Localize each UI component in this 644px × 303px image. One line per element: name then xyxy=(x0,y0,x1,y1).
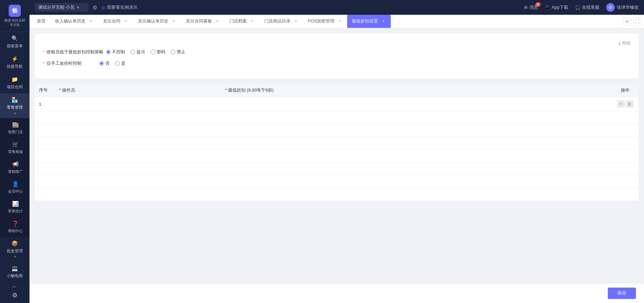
cell-empty-operator xyxy=(55,175,221,188)
radio-input-discount-password[interactable] xyxy=(151,50,155,54)
topbar-demo[interactable]: ◎ 我要看实例演示 xyxy=(101,4,138,10)
sidebar-icon-project: 📁 xyxy=(11,76,18,83)
sidebar-icon-quick: ⚡ xyxy=(11,56,18,62)
radio-discount-prompt[interactable]: 提示 xyxy=(130,49,145,55)
cell-empty-discount xyxy=(221,188,612,201)
topbar-settings-icon[interactable]: ⚙ xyxy=(93,4,97,11)
tab-close-payment_contract[interactable]: × xyxy=(123,18,128,24)
tab-payment_contract[interactable]: 支出合同× xyxy=(98,15,133,28)
sidebar-item-search[interactable]: 🔍搜索菜单 xyxy=(0,32,30,52)
table-scroll-area: 序号* 操作员* 最低折扣 (9.00等于9折)操作1✏🗑 xyxy=(35,84,639,201)
tab-store_product[interactable]: 门店商品目录× xyxy=(260,15,303,28)
topbar-demo-text: 我要看实例演示 xyxy=(107,4,138,10)
table-row-empty xyxy=(35,175,639,188)
tab-pos_password[interactable]: POS加密管理× xyxy=(303,15,347,28)
table-card: 序号* 操作员* 最低折扣 (9.00等于9折)操作1✏🗑 xyxy=(35,84,639,201)
sidebar-icon-smart_store: 🏬 xyxy=(12,121,19,128)
sidebar-item-project[interactable]: 📁项目合同 xyxy=(0,73,30,93)
radio-input-discount-forbid[interactable] xyxy=(171,50,175,54)
message-icon: ✉ xyxy=(524,5,528,10)
sidebar-item-member[interactable]: 👤会员中心 xyxy=(0,178,30,197)
sidebar-icon-search: 🔍 xyxy=(11,35,18,42)
topbar-project[interactable]: 测试分开完程·小兄 ▼ xyxy=(35,3,89,12)
sidebar-item-ecommerce[interactable]: 💻小畅电商 xyxy=(0,262,30,282)
sidebar-item-marketing[interactable]: 📢营销推广 xyxy=(0,158,30,178)
fullscreen-icon[interactable]: ⛶ xyxy=(633,17,641,26)
sidebar-icon-help: ❓ xyxy=(12,220,19,227)
sidebar: 畅 畅捷·道好业财 专业版 🔍搜索菜单⚡快捷导航📁项目合同🏪零售管理▲🏬智慧门店… xyxy=(0,0,30,303)
tab-close-income_history[interactable]: × xyxy=(88,18,94,24)
form-card: ℹ 帮助 * 收银员低于最低折扣控制策略 不控制提示密码禁止 * 仅手工改价时控… xyxy=(35,34,639,79)
tab-home[interactable]: 首页 xyxy=(32,15,50,28)
cell-seq-0: 1 xyxy=(35,97,55,111)
delete-button-0[interactable]: 🗑 xyxy=(626,100,633,108)
save-button[interactable]: 保存 xyxy=(608,288,636,299)
help-button[interactable]: ℹ 帮助 xyxy=(619,40,631,46)
tab-label-payment_contract_board: 支出合同看板 xyxy=(186,18,212,24)
tab-close-pos_password[interactable]: × xyxy=(337,18,342,24)
radio-discount-no_control[interactable]: 不控制 xyxy=(106,49,125,55)
cell-empty-discount xyxy=(221,162,612,175)
radio-manual-yes[interactable]: 是 xyxy=(115,60,125,66)
radio-input-discount-prompt[interactable] xyxy=(130,50,135,54)
col-header-operator: * 操作员 xyxy=(55,84,221,97)
topbar-app-download[interactable]: 📱 App下载 xyxy=(545,4,568,10)
sidebar-icon-member: 👤 xyxy=(12,181,19,187)
topbar-online-service[interactable]: 🎧 在线客服 xyxy=(575,4,599,10)
tab-payment_contract_board[interactable]: 支出合同看板× xyxy=(181,15,225,28)
table-row-empty xyxy=(35,188,639,201)
tab-income_history[interactable]: 收入确认单历史× xyxy=(50,15,98,28)
cell-empty-operator xyxy=(55,137,221,150)
cell-empty-operator xyxy=(55,162,221,175)
chevron-down-icon: ▼ xyxy=(76,6,80,9)
tab-payment_confirm_history[interactable]: 支出确认单历史× xyxy=(133,15,181,28)
radio-input-manual-yes[interactable] xyxy=(115,61,120,66)
sidebar-item-stats[interactable]: 📊零售统计 xyxy=(0,197,30,217)
sidebar-label-member: 会员中心 xyxy=(8,189,23,194)
sidebar-item-wholesale[interactable]: 📦批发管理▼ xyxy=(0,237,30,262)
sidebar-item-smart_store[interactable]: 🏬智慧门店 xyxy=(0,118,30,138)
sidebar-label-project: 项目合同 xyxy=(7,84,23,90)
sidebar-label-search: 搜索菜单 xyxy=(7,43,23,49)
tab-close-store_file[interactable]: × xyxy=(250,18,255,24)
settings-icon[interactable]: ⚙ xyxy=(12,292,17,299)
sidebar-item-help[interactable]: ❓帮助中心 xyxy=(0,217,30,237)
sidebar-item-retail[interactable]: 🏪零售管理▲ xyxy=(0,93,30,118)
cell-action-0: ✏🗑 xyxy=(612,97,639,111)
radio-input-discount-no_control[interactable] xyxy=(106,50,111,54)
online-service-label: 在线客服 xyxy=(582,4,599,10)
tab-close-payment_confirm_history[interactable]: × xyxy=(171,18,176,24)
radio-input-manual-no[interactable] xyxy=(99,61,104,66)
tab-close-min_discount[interactable]: × xyxy=(381,18,386,24)
tabs-bar: 首页收入确认单历史×支出合同×支出确认单历史×支出合同看板×门店档案×门店商品目… xyxy=(30,15,644,28)
topbar-message[interactable]: ✉ 消息 8 xyxy=(524,4,538,10)
cell-operator-0 xyxy=(55,97,221,111)
sidebar-icon-retail_mall: 🛒 xyxy=(12,141,19,148)
sidebar-icon-retail: 🏪 xyxy=(11,97,18,103)
sidebar-item-purchase[interactable]: 🛍️采购管理 xyxy=(0,282,30,287)
sidebar-item-quick[interactable]: ⚡快捷导航 xyxy=(0,52,30,73)
download-icon: 📱 xyxy=(545,5,550,10)
sidebar-item-retail_mall[interactable]: 🛒零售商城 xyxy=(0,138,30,158)
radio-manual-no[interactable]: 否 xyxy=(99,60,110,66)
sidebar-menu: 🔍搜索菜单⚡快捷导航📁项目合同🏪零售管理▲🏬智慧门店🛒零售商城📢营销推广👤会员中… xyxy=(0,32,30,287)
cell-empty-seq xyxy=(35,162,55,175)
cell-empty-action xyxy=(612,111,639,124)
topbar-user[interactable]: 徐 徐泽华修改 xyxy=(606,3,639,12)
tab-store_file[interactable]: 门店档案× xyxy=(225,15,260,28)
form-row-discount-control: * 收银员低于最低折扣控制策略 不控制提示密码禁止 xyxy=(43,49,631,55)
form-row-manual-control: * 仅手工改价时控制 否是 xyxy=(43,60,631,66)
sidebar-label-help: 帮助中心 xyxy=(8,229,23,234)
cell-empty-action xyxy=(612,150,639,162)
table-row-empty xyxy=(35,137,639,150)
cell-empty-seq xyxy=(35,175,55,188)
tab-min_discount[interactable]: 最低折扣设置× xyxy=(347,15,391,28)
demo-circle-icon: ◎ xyxy=(101,5,105,10)
edit-button-0[interactable]: ✏ xyxy=(617,100,625,108)
tab-close-store_product[interactable]: × xyxy=(293,18,299,24)
radio-discount-password[interactable]: 密码 xyxy=(151,49,165,55)
close-tab-icon[interactable]: ✕ xyxy=(623,17,631,26)
tab-close-payment_contract_board[interactable]: × xyxy=(215,18,220,24)
radio-discount-forbid[interactable]: 禁止 xyxy=(171,49,185,55)
sidebar-label-wholesale: 批发管理 xyxy=(7,248,23,254)
